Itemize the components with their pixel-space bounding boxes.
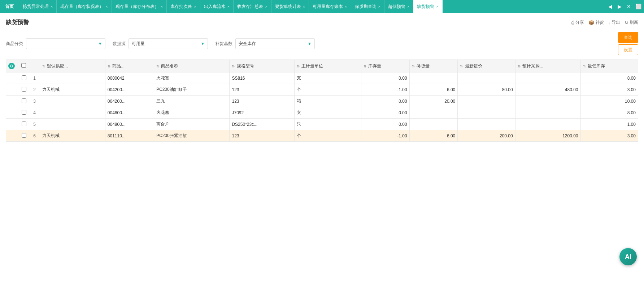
settings-button[interactable]: 设置 [618, 44, 638, 55]
tab-batch-account-close[interactable]: × [194, 4, 196, 9]
data-source-select[interactable]: 可用量 ▼ [129, 38, 208, 49]
tab-batch-account[interactable]: 库存批次账 × [167, 0, 200, 13]
col-unit[interactable]: ⇅ 主计量单位 [294, 60, 361, 72]
replenish-base-label: 补货基数 [215, 41, 232, 47]
col-product-code[interactable]: ⇅ 商品... [105, 60, 154, 72]
row-settings-cell [6, 130, 19, 142]
replenish-base-select[interactable]: 安全库存 ▼ [235, 38, 315, 49]
filter-action-buttons: 查询 设置 [618, 32, 638, 55]
row-product-name: 火花塞 [154, 107, 230, 119]
tab-inout-flow[interactable]: 出入库流水 × [200, 0, 234, 13]
tab-demand-stat[interactable]: 要货单统计表 × [271, 0, 309, 13]
refresh-button[interactable]: ↻ 刷新 [625, 19, 638, 26]
col-replenish[interactable]: ⇅ 补货量 [409, 60, 458, 72]
row-unit: 个 [294, 84, 361, 96]
table-row: 5 004800... 离合片 DS250*23c... 只 0.00 1.00 [6, 119, 638, 130]
tab-home[interactable]: 首页 [0, 0, 19, 13]
tab-inventory-status[interactable]: 现存量（库存状况表） × [57, 0, 112, 13]
tab-next-button[interactable]: ▶ [615, 2, 624, 11]
tab-prev-button[interactable]: ◀ [606, 2, 614, 11]
col-product-name[interactable]: ⇅ 商品名称 [154, 60, 230, 72]
tab-nav-buttons: ◀ ▶ ✕ ⬜ [606, 2, 644, 11]
row-checkbox[interactable] [22, 98, 26, 103]
tab-expiry-query[interactable]: 保质期查询 × [351, 0, 384, 13]
data-table: ⚙ ⇅ 默认供应... ⇅ 商品... ⇅ 商品名称 [6, 59, 638, 142]
tab-home-label: 首页 [5, 4, 14, 10]
row-product-code: 801110... [105, 130, 154, 142]
row-unit: 只 [294, 119, 361, 130]
row-replenish: 6.00 [409, 84, 458, 96]
tab-shortage-close[interactable]: × [436, 4, 438, 9]
sort-icon-supplier: ⇅ [42, 64, 45, 68]
row-checkbox[interactable] [22, 122, 26, 126]
row-stock: 0.00 [361, 107, 410, 119]
tab-demand-stat-close[interactable]: × [303, 4, 305, 9]
select-all-checkbox[interactable] [21, 63, 26, 68]
row-spec: 123 [230, 96, 294, 107]
tab-collect-summary[interactable]: 收发存汇总表 × [234, 0, 271, 13]
tab-inventory-dist[interactable]: 现存量（库存分布表） × [112, 0, 167, 13]
col-estimated-purchase[interactable]: ⇅ 预计采购... [515, 60, 580, 72]
row-seq: 2 [29, 84, 40, 96]
row-checkbox-cell [19, 107, 29, 119]
tab-abnormal[interactable]: 拣货异常处理 × [19, 0, 57, 13]
tab-inventory-status-close[interactable]: × [105, 4, 108, 9]
tab-inventory-dist-close[interactable]: × [161, 4, 163, 9]
row-latest-price [458, 72, 515, 84]
query-button[interactable]: 查询 [618, 32, 638, 43]
tab-close-all-button[interactable]: ✕ [625, 2, 633, 11]
row-seq: 1 [29, 72, 40, 84]
col-spec[interactable]: ⇅ 规格型号 [230, 60, 294, 72]
tab-inout-flow-close[interactable]: × [227, 4, 230, 9]
row-min-stock: 3.00 [580, 130, 638, 142]
row-supplier [40, 119, 105, 130]
tab-inventory-status-label: 现存量（库存状况表） [60, 4, 104, 10]
col-latest-price[interactable]: ⇅ 最新进价 [458, 60, 515, 72]
row-estimated-purchase [515, 96, 580, 107]
row-replenish: 6.00 [409, 130, 458, 142]
row-spec: DS250*23c... [230, 119, 294, 130]
row-checkbox[interactable] [22, 110, 26, 115]
replenish-base-group: 补货基数 安全库存 ▼ [215, 38, 315, 49]
tab-available-ledger-close[interactable]: × [345, 4, 347, 9]
tab-shortage[interactable]: 缺货预警 × [413, 0, 442, 13]
row-checkbox[interactable] [22, 87, 26, 92]
page-header: 缺货预警 ⎙ 分享 📦 补货 ↓ 导出 ↻ 刷新 [6, 19, 638, 26]
row-unit: 支 [294, 72, 361, 84]
sort-icon-stock: ⇅ [364, 64, 366, 68]
tab-overstock-close[interactable]: × [407, 4, 409, 9]
table-settings-icon[interactable]: ⚙ [8, 63, 15, 69]
row-checkbox[interactable] [22, 133, 26, 138]
tab-collect-summary-close[interactable]: × [265, 4, 267, 9]
row-min-stock: 10.00 [580, 96, 638, 107]
col-min-stock[interactable]: ⇅ 最低库存 [580, 60, 638, 72]
tab-maximize-button[interactable]: ⬜ [634, 2, 643, 11]
row-min-stock: 3.00 [580, 84, 638, 96]
col-settings: ⚙ [6, 60, 19, 72]
tab-expiry-query-close[interactable]: × [378, 4, 380, 9]
row-supplier [40, 107, 105, 119]
row-seq: 5 [29, 119, 40, 130]
export-button[interactable]: ↓ 导出 [608, 19, 621, 26]
row-checkbox[interactable] [22, 75, 26, 80]
export-icon: ↓ [608, 20, 611, 25]
replenish-button[interactable]: 📦 补货 [588, 19, 604, 26]
sort-icon-est-purchase: ⇅ [518, 64, 521, 68]
col-default-supplier[interactable]: ⇅ 默认供应... [40, 60, 105, 72]
table-body: 1 0000042 火花塞 SS816 支 0.00 8.00 2 力天机械 0… [6, 72, 638, 142]
row-product-name: 三九 [154, 96, 230, 107]
row-unit: 箱 [294, 96, 361, 107]
row-replenish [409, 72, 458, 84]
row-product-code: 004200... [105, 96, 154, 107]
ai-assistant-button[interactable]: Ai [619, 248, 637, 265]
tab-abnormal-close[interactable]: × [51, 4, 53, 9]
share-button[interactable]: ⎙ 分享 [571, 19, 584, 26]
filter-row: 商品分类 ▼ 数据源 可用量 ▼ 补货基数 安全库存 ▼ 查询 设置 [6, 32, 638, 55]
sort-icon-spec: ⇅ [232, 64, 235, 68]
row-stock: -1.00 [361, 130, 410, 142]
tab-available-ledger[interactable]: 可用量库存账本 × [309, 0, 351, 13]
data-source-label: 数据源 [113, 41, 126, 47]
tab-overstock[interactable]: 超储预警 × [384, 0, 413, 13]
col-stock[interactable]: ⇅ 库存量 [361, 60, 410, 72]
product-category-select[interactable]: ▼ [26, 38, 105, 49]
